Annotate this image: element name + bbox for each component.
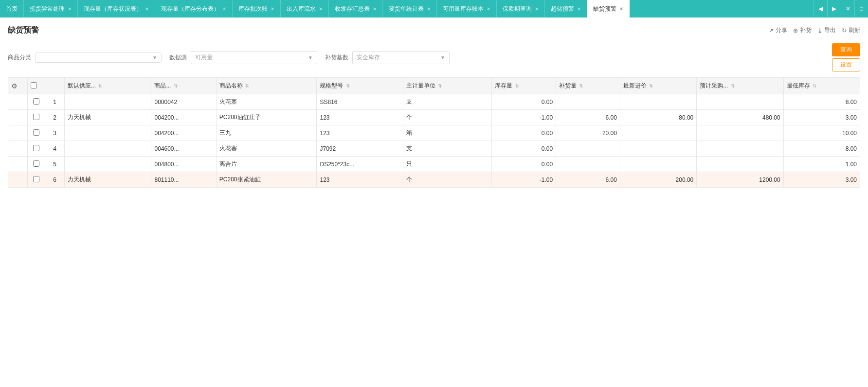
tab-picking[interactable]: 拣货异常处理 ✕ — [24, 0, 78, 18]
col-header-default-supplier[interactable]: 默认供应... ⇅ — [65, 78, 151, 94]
category-select[interactable]: ▼ — [35, 53, 162, 63]
data-table: ⚙ 默认供应... ⇅ 商品... ⇅ 商品名称 ⇅ — [8, 77, 860, 188]
close-icon[interactable]: ✕ — [222, 6, 226, 12]
cell-stock: -1.00 — [492, 172, 556, 188]
cell-spec: 123 — [317, 110, 403, 125]
row-settings-cell — [8, 94, 28, 110]
cell-replenish-qty: 20.00 — [556, 125, 620, 141]
sort-icon: ⇅ — [98, 83, 102, 88]
cell-unit: 支 — [403, 141, 492, 157]
close-icon[interactable]: ✕ — [271, 6, 274, 12]
query-button[interactable]: 查询 — [832, 43, 860, 56]
close-icon[interactable]: ✕ — [619, 6, 623, 12]
row-checkbox[interactable] — [33, 145, 39, 151]
row-checkbox[interactable] — [33, 176, 39, 182]
cell-min-stock: 8.00 — [783, 94, 860, 110]
gear-icon[interactable]: ⚙ — [11, 82, 18, 90]
replenish-button[interactable]: ⊕ 补货 — [793, 26, 812, 35]
close-icon[interactable]: ✕ — [319, 6, 323, 12]
row-checkbox[interactable] — [33, 114, 39, 120]
tab-nav-prev[interactable]: ◀ — [814, 0, 827, 18]
sort-icon: ⇅ — [346, 83, 350, 88]
tab-stock-dist[interactable]: 现存量（库存分布表） ✕ — [155, 0, 233, 18]
refresh-button[interactable]: ↻ 刷新 — [842, 26, 860, 35]
cell-min-stock: 3.00 — [783, 172, 860, 188]
tab-nav-next[interactable]: ▶ — [827, 0, 841, 18]
cell-min-stock: 8.00 — [783, 141, 860, 157]
row-checkbox-cell — [28, 125, 45, 141]
cell-default-supplier: 力天机械 — [65, 110, 151, 125]
cell-min-stock: 10.00 — [783, 125, 860, 141]
col-header-latest-price[interactable]: 最新进价 ⇅ — [620, 78, 696, 94]
col-header-checkbox — [28, 78, 45, 94]
close-icon[interactable]: ✕ — [68, 6, 72, 12]
col-header-stock[interactable]: 库存量 ⇅ — [492, 78, 556, 94]
row-settings-cell — [8, 125, 28, 141]
tab-overstock[interactable]: 超储预警 ✕ — [545, 0, 587, 18]
tab-batch-account[interactable]: 库存批次账 ✕ — [233, 0, 281, 18]
share-button[interactable]: ↗ 分享 — [769, 26, 787, 35]
tab-demand-stats[interactable]: 要货单统计表 ✕ — [383, 0, 437, 18]
cell-stock: 0.00 — [492, 94, 556, 110]
tab-recv-send-summary[interactable]: 收发存汇总表 ✕ — [329, 0, 383, 18]
col-header-unit[interactable]: 主计量单位 ⇅ — [403, 78, 492, 94]
tab-available-ledger[interactable]: 可用量库存账本 ✕ — [437, 0, 497, 18]
cell-goods-name: PC200张紧油缸 — [216, 172, 317, 188]
datasource-label: 数据源 — [169, 53, 187, 62]
cell-unit: 个 — [403, 110, 492, 125]
cell-default-supplier — [65, 141, 151, 157]
tab-stock-status[interactable]: 现存量（库存状况表） ✕ — [78, 0, 155, 18]
row-checkbox[interactable] — [33, 160, 39, 167]
sort-icon: ⇅ — [579, 83, 583, 88]
close-icon[interactable]: ✕ — [487, 6, 490, 12]
tab-bar: 首页 拣货异常处理 ✕ 现存量（库存状况表） ✕ 现存量（库存分布表） ✕ 库存… — [0, 0, 868, 18]
row-number: 4 — [45, 141, 65, 157]
cell-spec: 123 — [317, 125, 403, 141]
col-header-rownum — [45, 78, 65, 94]
close-icon[interactable]: ✕ — [535, 6, 539, 12]
filter-row: 商品分类 ▼ 数据源 可用量 ▼ 补货基数 安全库存 ▼ 查询 设置 — [8, 43, 860, 71]
filter-category-group: 商品分类 ▼ — [8, 53, 162, 63]
sort-icon: ⇅ — [731, 83, 735, 88]
replenish-basis-select[interactable]: 安全库存 ▼ — [352, 51, 450, 64]
chevron-down-icon: ▼ — [308, 55, 313, 60]
cell-stock: 0.00 — [492, 125, 556, 141]
col-header-spec[interactable]: 规格型号 ⇅ — [317, 78, 403, 94]
col-header-min-stock[interactable]: 最低库存 ⇅ — [783, 78, 860, 94]
tab-shortage[interactable]: 缺货预警 ✕ — [587, 0, 630, 18]
datasource-select[interactable]: 可用量 ▼ — [191, 51, 317, 64]
tab-expiry-query[interactable]: 保质期查询 ✕ — [497, 0, 545, 18]
cell-goods-code: 801110... — [151, 172, 216, 188]
row-checkbox[interactable] — [33, 129, 39, 136]
cell-goods-name: 三九 — [216, 125, 317, 141]
row-number: 2 — [45, 110, 65, 125]
row-number: 5 — [45, 157, 65, 172]
col-header-replenish-qty[interactable]: 补货量 ⇅ — [556, 78, 620, 94]
cell-goods-code: 004200... — [151, 110, 216, 125]
cell-spec: 123 — [317, 172, 403, 188]
col-header-goods-name[interactable]: 商品名称 ⇅ — [216, 78, 317, 94]
row-checkbox-cell — [28, 94, 45, 110]
category-label: 商品分类 — [8, 53, 31, 62]
export-button[interactable]: ⤓ 导出 — [817, 26, 836, 35]
sort-icon: ⇅ — [515, 83, 519, 88]
col-header-goods-code[interactable]: 商品... ⇅ — [151, 78, 216, 94]
close-icon[interactable]: ✕ — [427, 6, 431, 12]
close-icon[interactable]: ✕ — [145, 6, 149, 12]
cell-spec: SS816 — [317, 94, 403, 110]
tab-nav-maximize[interactable]: □ — [854, 0, 868, 18]
select-all-checkbox[interactable] — [31, 82, 37, 88]
tab-nav-window[interactable]: ✕ — [841, 0, 854, 18]
cell-unit: 支 — [403, 94, 492, 110]
cell-estimated-purchase — [697, 141, 783, 157]
cell-estimated-purchase: 1200.00 — [697, 172, 783, 188]
cell-unit: 箱 — [403, 125, 492, 141]
tab-home[interactable]: 首页 — [0, 0, 24, 18]
close-icon[interactable]: ✕ — [577, 6, 581, 12]
row-checkbox[interactable] — [33, 98, 39, 105]
col-header-estimated-purchase[interactable]: 预计采购... ⇅ — [697, 78, 783, 94]
close-icon[interactable]: ✕ — [373, 6, 377, 12]
cell-default-supplier: 力天机械 — [65, 172, 151, 188]
settings-button[interactable]: 设置 — [832, 58, 860, 71]
tab-in-out-flow[interactable]: 出入库流水 ✕ — [281, 0, 329, 18]
